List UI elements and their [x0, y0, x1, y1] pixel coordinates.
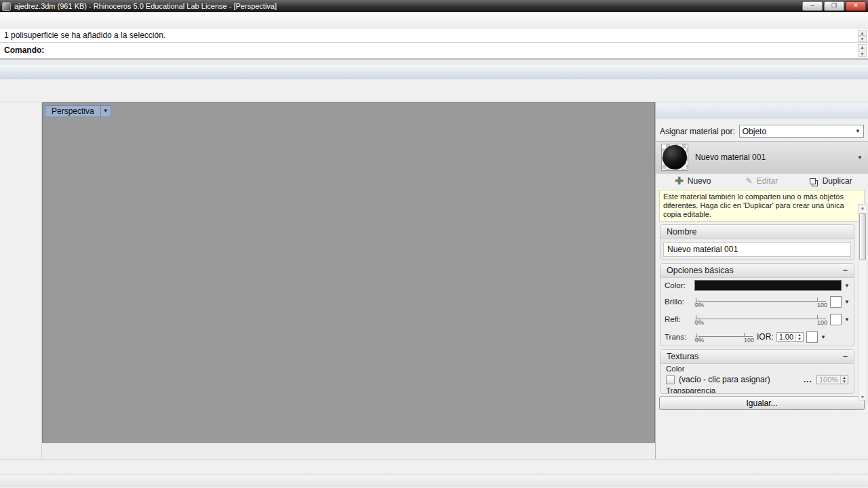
scroll-down-icon[interactable]: ▼: [858, 36, 867, 42]
gloss-dropdown-arrow-icon[interactable]: ▼: [844, 299, 850, 305]
assign-material-value: Objeto: [743, 127, 766, 136]
tabstrip-gap: [0, 60, 868, 65]
gloss-swatch[interactable]: [830, 296, 842, 308]
color-dropdown-arrow-icon[interactable]: ▼: [844, 283, 850, 289]
title-bar: ajedrez.3dm (961 KB) - Rhinoceros 5.0 Ed…: [0, 0, 868, 12]
ior-label: IOR:: [757, 332, 774, 342]
panel-tabs: [656, 102, 868, 119]
gloss-slider[interactable]: 0%100: [694, 295, 827, 308]
duplicate-material-button[interactable]: Duplicar: [797, 176, 864, 186]
tool-palette: [0, 102, 42, 459]
panel-scrollbar[interactable]: ▲ ▼: [858, 204, 867, 401]
section-texturas: Texturas− Color (vacío - clic para asign…: [660, 349, 854, 394]
material-name-field[interactable]: Nuevo material 001: [663, 242, 851, 257]
material-mode-bar: [656, 119, 868, 123]
reflectivity-slider[interactable]: 0%100: [694, 312, 827, 326]
texture-color-checkbox[interactable]: [666, 375, 675, 384]
texture-amount-spinner[interactable]: 100%▲▼: [816, 375, 848, 384]
section-nombre-header[interactable]: Nombre: [660, 225, 854, 239]
close-button[interactable]: ✕: [846, 1, 866, 11]
assign-material-select[interactable]: Objeto ▼: [739, 125, 864, 138]
transparency-slider[interactable]: 0%100: [694, 330, 754, 344]
pencil-icon: ✎: [746, 176, 753, 186]
diffuse-color-swatch[interactable]: [694, 280, 842, 291]
viewport-title[interactable]: Perspectiva: [45, 105, 101, 117]
app-icon: [2, 2, 11, 11]
match-button[interactable]: Igualar...: [659, 396, 865, 410]
command-spinner[interactable]: ▲▼: [858, 44, 867, 57]
color-label: Color:: [665, 281, 692, 289]
reflectivity-label: Refl:: [665, 315, 692, 323]
material-preview-sphere: [661, 144, 688, 171]
minimize-button[interactable]: –: [802, 1, 823, 11]
spin-up-icon[interactable]: ▲: [858, 44, 867, 50]
section-nombre: Nombre Nuevo material 001: [660, 224, 854, 260]
browse-texture-button[interactable]: ...: [804, 375, 812, 384]
menu-bar: [0, 12, 868, 28]
edit-material-button[interactable]: ✎Editar: [729, 176, 795, 186]
texture-color-label: Color: [660, 364, 854, 373]
viewport-menu-arrow-icon[interactable]: ▼: [101, 105, 111, 117]
ior-spinner[interactable]: 1.00▲▼: [776, 332, 804, 342]
command-history-line: 1 polisuperficie se ha añadido a la sele…: [4, 30, 165, 40]
transparency-swatch[interactable]: [806, 331, 818, 343]
duplicate-icon: [810, 178, 816, 184]
viewport-tabs: [42, 443, 655, 459]
osnap-bar: [0, 459, 868, 474]
command-history[interactable]: 1 polisuperficie se ha añadido a la sele…: [0, 28, 868, 43]
spin-down-icon: ▼: [796, 337, 803, 341]
window-title: ajedrez.3dm (961 KB) - Rhinoceros 5.0 Ed…: [14, 2, 801, 10]
properties-panel: Asignar material por: Objeto ▼ Nuevo mat…: [655, 102, 868, 459]
material-dropdown-arrow-icon[interactable]: ▼: [857, 155, 863, 161]
texture-transparency-label: Transparencia: [660, 386, 854, 393]
transparency-label: Trans:: [665, 333, 692, 341]
transparency-dropdown-arrow-icon[interactable]: ▼: [821, 334, 826, 340]
material-name: Nuevo material 001: [695, 152, 850, 162]
gloss-label: Brillo:: [665, 298, 692, 306]
restore-button[interactable]: ❐: [824, 1, 844, 11]
scroll-up-icon[interactable]: ▲: [859, 205, 867, 210]
viewport-perspective[interactable]: Perspectiva ▼: [42, 102, 655, 443]
command-prompt: Comando:: [4, 45, 44, 55]
command-input[interactable]: Comando: ▲▼: [0, 43, 868, 60]
history-scrollbar[interactable]: ▲▼: [858, 30, 867, 41]
section-texturas-header[interactable]: Texturas−: [660, 350, 854, 364]
section-opciones-header[interactable]: Opciones básicas−: [660, 264, 854, 278]
reflectivity-dropdown-arrow-icon[interactable]: ▼: [844, 317, 850, 323]
status-bar: [0, 474, 868, 487]
main-toolbar: [0, 79, 868, 102]
collapse-icon[interactable]: −: [843, 266, 848, 275]
assign-material-label: Asignar material por:: [660, 127, 735, 136]
shared-material-note: Este material también lo comparten uno o…: [659, 190, 865, 222]
section-opciones-basicas: Opciones básicas− Color: ▼ Brillo: 0%100…: [660, 263, 854, 346]
reflectivity-swatch[interactable]: [830, 314, 842, 325]
scroll-up-icon[interactable]: ▲: [858, 30, 867, 36]
toolbar-tab-strip: [0, 65, 868, 79]
scrollbar-thumb[interactable]: [859, 213, 866, 260]
plus-icon: ✚: [675, 178, 684, 184]
collapse-icon[interactable]: −: [843, 352, 848, 361]
dropdown-arrow-icon: ▼: [855, 128, 861, 134]
scroll-down-icon[interactable]: ▼: [859, 394, 867, 399]
new-material-button[interactable]: ✚Nuevo: [660, 176, 726, 186]
texture-empty-label[interactable]: (vacío - clic para asignar): [679, 375, 800, 384]
material-selector[interactable]: Nuevo material 001 ▼: [656, 141, 868, 174]
spin-down-icon[interactable]: ▼: [858, 51, 867, 57]
